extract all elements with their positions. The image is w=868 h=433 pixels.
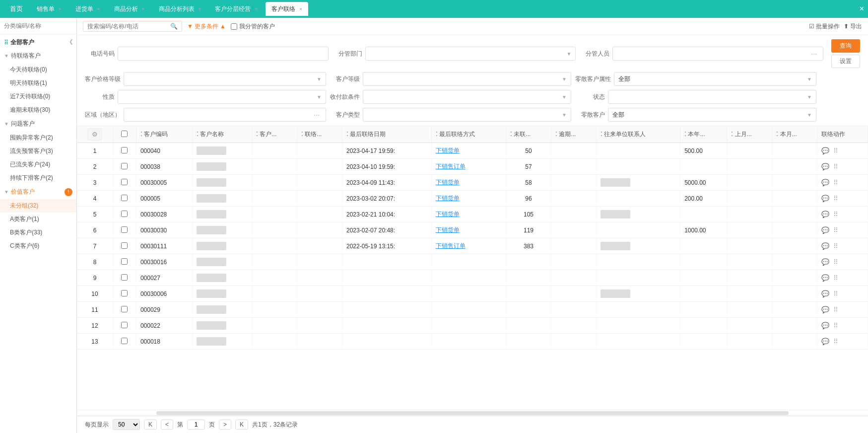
sidebar-item-churned[interactable]: 已流失客户(24) xyxy=(0,158,76,171)
apps-icon[interactable]: ⠿ xyxy=(833,226,838,234)
sidebar-item-overdue[interactable]: 逾期未联络(30) xyxy=(0,103,76,117)
apps-icon[interactable]: ⠿ xyxy=(833,242,838,250)
sidebar-item-today[interactable]: 今天待联络(0) xyxy=(0,63,76,76)
sidebar-item-classC[interactable]: C类客户(6) xyxy=(0,239,76,253)
row-checkbox[interactable] xyxy=(121,226,128,233)
message-icon[interactable]: 💬 xyxy=(821,290,829,297)
more-conditions-btn[interactable]: ▼ 更多条件 ▲ xyxy=(187,22,226,31)
row-checkbox[interactable] xyxy=(121,242,128,249)
region-select[interactable]: ··· xyxy=(124,108,326,122)
reset-button[interactable]: 设置 xyxy=(831,55,860,68)
sidebar-item-7days[interactable]: 近7天待联络(0) xyxy=(0,90,76,103)
status-select[interactable]: ▼ xyxy=(608,90,816,104)
apps-icon[interactable]: ⠿ xyxy=(833,306,838,313)
customer-type-select[interactable]: ▼ xyxy=(363,108,571,122)
contact-method-link[interactable]: 下销货单 xyxy=(436,211,460,217)
apps-icon[interactable]: ⠿ xyxy=(833,179,838,186)
message-icon[interactable]: 💬 xyxy=(821,306,829,313)
phone-input[interactable] xyxy=(118,47,329,61)
person-dots-icon[interactable]: ··· xyxy=(809,50,819,58)
sidebar-item-classB[interactable]: B类客户(33) xyxy=(0,226,76,239)
message-icon[interactable]: 💬 xyxy=(821,338,829,345)
row-checkbox[interactable] xyxy=(121,147,128,153)
apps-icon[interactable]: ⠿ xyxy=(833,147,838,154)
message-icon[interactable]: 💬 xyxy=(821,242,829,250)
sidebar-item-declining[interactable]: 持续下滑客户(2) xyxy=(0,171,76,185)
apps-icon[interactable]: ⠿ xyxy=(833,274,838,282)
close-tab-sales[interactable]: × xyxy=(59,6,62,12)
contact-method-link[interactable]: 下销货单 xyxy=(436,226,460,233)
message-icon[interactable]: 💬 xyxy=(821,226,829,234)
row-checkbox[interactable] xyxy=(121,163,128,169)
contact-method-link[interactable]: 下销货单 xyxy=(436,195,460,202)
row-checkbox[interactable] xyxy=(121,179,128,185)
sidebar-category-pending[interactable]: ▼ 待联络客户 xyxy=(0,49,76,63)
sidebar-search-input[interactable] xyxy=(4,22,77,29)
home-tab[interactable]: 首页 xyxy=(4,4,29,13)
message-icon[interactable]: 💬 xyxy=(821,163,829,170)
sidebar-item-classA[interactable]: A类客户(1) xyxy=(0,213,76,226)
message-icon[interactable]: 💬 xyxy=(821,211,829,218)
close-tab-customer-contact[interactable]: × xyxy=(299,6,302,12)
per-page-select[interactable]: 50 20 100 xyxy=(113,419,140,430)
tab-purchase[interactable]: 进货单 × xyxy=(69,2,106,16)
close-tab-customer-layer[interactable]: × xyxy=(255,6,258,12)
apps-icon[interactable]: ⠿ xyxy=(833,211,838,218)
next-page-btn[interactable]: > xyxy=(219,420,231,430)
my-customers-checkbox[interactable] xyxy=(231,23,237,30)
select-all-checkbox[interactable] xyxy=(121,131,128,137)
tab-product-analysis[interactable]: 商品分析 × xyxy=(108,2,151,16)
sidebar-collapse-icon[interactable]: 《 xyxy=(67,38,72,47)
region-dots-icon[interactable]: ··· xyxy=(312,111,322,119)
tab-sales[interactable]: 销售单 × xyxy=(31,2,67,16)
apps-icon[interactable]: ⠿ xyxy=(833,195,838,202)
horizontal-scrollbar[interactable] xyxy=(156,411,789,415)
first-page-btn[interactable]: K xyxy=(144,420,157,430)
row-checkbox[interactable] xyxy=(121,290,128,296)
row-checkbox[interactable] xyxy=(121,322,128,328)
message-icon[interactable]: 💬 xyxy=(821,179,829,186)
sidebar-item-ungrouped[interactable]: 未分组(32) xyxy=(0,199,76,213)
contact-method-link[interactable]: 下销货单 xyxy=(436,147,460,154)
close-tab-purchase[interactable]: × xyxy=(97,6,100,12)
window-close-icon[interactable]: × xyxy=(860,4,864,13)
filter-search-icon[interactable]: 🔍 xyxy=(170,23,178,30)
person-select[interactable]: ··· xyxy=(612,47,823,61)
message-icon[interactable]: 💬 xyxy=(821,147,829,154)
tab-customer-contact[interactable]: 客户联络 × xyxy=(266,2,308,16)
dept-select[interactable]: ▼ xyxy=(365,47,576,61)
apps-icon[interactable]: ⠿ xyxy=(833,338,838,345)
sidebar-item-tomorrow[interactable]: 明天待联络(1) xyxy=(0,76,76,90)
row-checkbox[interactable] xyxy=(121,306,128,312)
close-tab-product-list[interactable]: × xyxy=(199,6,201,12)
tab-product-list[interactable]: 商品分析列表 × xyxy=(153,2,207,16)
row-checkbox[interactable] xyxy=(121,274,128,281)
apps-icon[interactable]: ⠿ xyxy=(833,290,838,297)
row-checkbox[interactable] xyxy=(121,258,128,265)
message-icon[interactable]: 💬 xyxy=(821,274,829,282)
message-icon[interactable]: 💬 xyxy=(821,195,829,202)
page-input[interactable] xyxy=(187,420,205,430)
batch-op-btn[interactable]: ☑ 批量操作 xyxy=(809,22,840,31)
message-icon[interactable]: 💬 xyxy=(821,258,829,266)
payment-select[interactable]: ▼ xyxy=(363,90,571,104)
customer-level-select[interactable]: ▼ xyxy=(363,72,571,86)
retail-customer-select[interactable]: 全部 ▼ xyxy=(608,108,816,122)
close-tab-product-analysis[interactable]: × xyxy=(142,6,145,12)
sidebar-category-value[interactable]: ▼ 价值客户 ! xyxy=(0,185,76,199)
row-checkbox[interactable] xyxy=(121,195,128,201)
contact-method-link[interactable]: 下销售订单 xyxy=(436,242,466,249)
price-level-select[interactable]: ▼ xyxy=(124,72,326,86)
tab-customer-layer[interactable]: 客户分层经营 × xyxy=(209,2,264,16)
sidebar-category-problem[interactable]: ▼ 问题客户 xyxy=(0,117,76,131)
sidebar-item-abnormal[interactable]: 囤购异常客户(2) xyxy=(0,131,76,144)
filter-search-input[interactable] xyxy=(87,23,168,30)
sidebar-item-churn-warning[interactable]: 流失预警客户(3) xyxy=(0,144,76,158)
row-checkbox[interactable] xyxy=(121,211,128,217)
nature-select[interactable]: ▼ xyxy=(118,90,326,104)
apps-icon[interactable]: ⠿ xyxy=(833,322,838,329)
apps-icon[interactable]: ⠿ xyxy=(833,258,838,266)
contact-method-link[interactable]: 下销货单 xyxy=(436,179,460,186)
export-btn[interactable]: ⬆ 导出 xyxy=(844,22,862,31)
apps-icon[interactable]: ⠿ xyxy=(833,163,838,170)
